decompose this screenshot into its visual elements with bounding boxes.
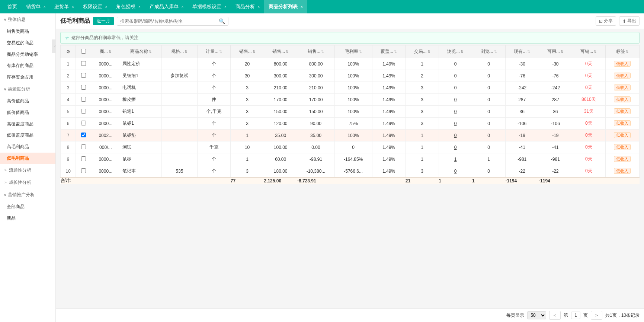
nav-sales-order[interactable]: 销货单 × xyxy=(22,0,50,13)
col-name[interactable]: 商品名称⇅ xyxy=(120,45,162,58)
sidebar-item-high-value[interactable]: 高价值商品 xyxy=(0,95,55,107)
col-code[interactable]: 商...⇅ xyxy=(91,45,120,58)
sidebar-item-category-rate[interactable]: 商品分类助销率 xyxy=(0,49,55,60)
sidebar-group-growth[interactable]: ＞ 成长性分析 xyxy=(0,176,55,189)
col-sales-price[interactable]: 销售...⇅ xyxy=(264,45,297,58)
close-icon[interactable]: × xyxy=(257,5,260,9)
row-gross-margin: 100% xyxy=(334,106,372,118)
nav-role-auth[interactable]: 角色授权 × xyxy=(112,0,145,13)
nav-template-settings[interactable]: 单据模板设置 × xyxy=(188,0,231,13)
row-checkbox[interactable] xyxy=(76,141,91,153)
col-stock-current[interactable]: 现有...⇅ xyxy=(506,45,539,58)
sidebar-item-sales-products[interactable]: 销售类商品 xyxy=(0,26,55,37)
col-stock-available[interactable]: 可用...⇅ xyxy=(539,45,572,58)
row-views1[interactable]: 0 xyxy=(439,130,472,141)
col-gross-margin[interactable]: 毛利率⇅ xyxy=(334,45,372,58)
row-checkbox-input[interactable] xyxy=(81,97,86,102)
close-icon[interactable]: × xyxy=(182,5,184,9)
sidebar-item-low-value[interactable]: 低价值商品 xyxy=(0,107,55,118)
row-views1[interactable]: 0 xyxy=(439,118,472,130)
nav-home[interactable]: 首页 xyxy=(3,0,22,13)
sidebar-item-traded-products[interactable]: 交易过的商品 xyxy=(0,37,55,49)
search-icon[interactable]: 🔍 xyxy=(219,18,225,24)
row-checkbox-input[interactable] xyxy=(81,73,86,78)
prev-page-button[interactable]: ＜ xyxy=(549,311,561,320)
row-views1[interactable]: 0 xyxy=(439,141,472,153)
close-icon[interactable]: × xyxy=(105,5,108,9)
col-tag[interactable]: 标签⇅ xyxy=(605,45,639,58)
col-trade-times[interactable]: 交易...⇅ xyxy=(406,45,439,58)
close-icon[interactable]: × xyxy=(224,5,227,9)
per-page-select[interactable]: 50 100 200 xyxy=(527,311,546,319)
sidebar-group-circulation[interactable]: ＞ 流通性分析 xyxy=(0,164,55,176)
col-checkbox[interactable] xyxy=(76,45,91,58)
sidebar-item-high-coverage[interactable]: 高覆盖度商品 xyxy=(0,118,55,130)
nav-product-inbound[interactable]: 产成品入库单 × xyxy=(145,0,188,13)
sidebar-group-cluster[interactable]: ∨ 类聚度分析 xyxy=(0,83,55,95)
row-views1[interactable]: 0 xyxy=(439,70,472,82)
row-checkbox[interactable] xyxy=(76,130,91,141)
sidebar-item-low-coverage[interactable]: 低覆盖度商品 xyxy=(0,130,55,141)
row-checkbox-input[interactable] xyxy=(81,109,86,114)
table-container[interactable]: ⚙ 商...⇅ 商品名称⇅ 规格...⇅ 计量...⇅ 销售...⇅ 销售...… xyxy=(56,45,644,308)
row-checkbox-input[interactable] xyxy=(81,61,86,66)
col-unit[interactable]: 计量...⇅ xyxy=(197,45,231,58)
row-checkbox-input[interactable] xyxy=(81,85,86,90)
row-checkbox-input[interactable] xyxy=(81,144,86,149)
row-checkbox-input[interactable] xyxy=(81,156,86,161)
row-checkbox[interactable] xyxy=(76,70,91,82)
sidebar-item-capital[interactable]: 库存资金占用 xyxy=(0,71,55,83)
sidebar-item-inventory-products[interactable]: 有库存的商品 xyxy=(0,60,55,71)
sidebar-collapse-button[interactable]: « xyxy=(52,39,56,53)
col-views1[interactable]: 浏览...⇅ xyxy=(439,45,472,58)
row-checkbox-input[interactable] xyxy=(81,168,86,173)
select-all-checkbox[interactable] xyxy=(81,49,86,54)
row-checkbox[interactable] xyxy=(76,82,91,94)
export-button[interactable]: ⬆ 导出 xyxy=(619,16,640,26)
row-tag: 低收入 xyxy=(605,70,639,82)
close-icon[interactable]: × xyxy=(301,5,303,9)
nav-permission[interactable]: 权限设置 × xyxy=(79,0,112,13)
row-checkbox-input[interactable] xyxy=(81,121,86,125)
row-checkbox[interactable] xyxy=(76,153,91,165)
time-filter-button[interactable]: 近一月 xyxy=(93,17,114,25)
row-views1[interactable]: 0 xyxy=(439,58,472,70)
row-checkbox[interactable] xyxy=(76,94,91,106)
page-suffix: 页 xyxy=(583,312,588,319)
row-views1[interactable]: 0 xyxy=(439,106,472,118)
row-gross-margin: 75% xyxy=(334,118,372,130)
total-views2: 1 xyxy=(472,177,506,184)
row-views1[interactable]: 0 xyxy=(439,94,472,106)
next-page-button[interactable]: ＞ xyxy=(591,311,602,320)
col-spec[interactable]: 规格...⇅ xyxy=(161,45,197,58)
row-views1[interactable]: 1 xyxy=(439,153,472,165)
row-checkbox[interactable] xyxy=(76,58,91,70)
col-stock-saleable[interactable]: 可销...⇅ xyxy=(572,45,606,58)
nav-product-analysis-list[interactable]: 商品分析列表 × xyxy=(264,0,307,13)
nav-purchase-order[interactable]: 进货单 × xyxy=(50,0,78,13)
close-icon[interactable]: × xyxy=(44,5,46,9)
sidebar-item-low-margin[interactable]: 低毛利商品 xyxy=(0,153,55,164)
col-sales-qty[interactable]: 销售...⇅ xyxy=(231,45,264,58)
row-checkbox[interactable] xyxy=(76,106,91,118)
col-settings[interactable]: ⚙ xyxy=(61,45,76,58)
col-coverage[interactable]: 覆盖...⇅ xyxy=(372,45,406,58)
nav-product-analysis[interactable]: 商品分析 × xyxy=(231,0,264,13)
close-icon[interactable]: × xyxy=(138,5,141,9)
row-checkbox-input[interactable] xyxy=(81,133,86,137)
share-button[interactable]: ⊡ 分享 xyxy=(596,16,616,26)
sidebar-item-high-margin[interactable]: 高毛利商品 xyxy=(0,141,55,153)
row-sales-qty: 1 xyxy=(231,153,264,165)
row-views1[interactable]: 0 xyxy=(439,82,472,94)
sidebar-item-new-products[interactable]: 新品 xyxy=(0,213,55,224)
sidebar-group-marketing[interactable]: ∨ 营销推广分析 xyxy=(0,189,55,201)
col-sales-amount[interactable]: 销售...⇅ xyxy=(297,45,334,58)
row-checkbox[interactable] xyxy=(76,118,91,130)
row-views1[interactable]: 0 xyxy=(439,165,472,178)
col-views2[interactable]: 浏览...⇅ xyxy=(472,45,506,58)
sidebar-item-all-products[interactable]: 全部商品 xyxy=(0,201,55,213)
search-input[interactable] xyxy=(120,19,219,24)
close-icon[interactable]: × xyxy=(72,5,74,9)
sidebar-group-overall[interactable]: ∨ 整体信息 xyxy=(0,13,55,26)
row-checkbox[interactable] xyxy=(76,165,91,178)
